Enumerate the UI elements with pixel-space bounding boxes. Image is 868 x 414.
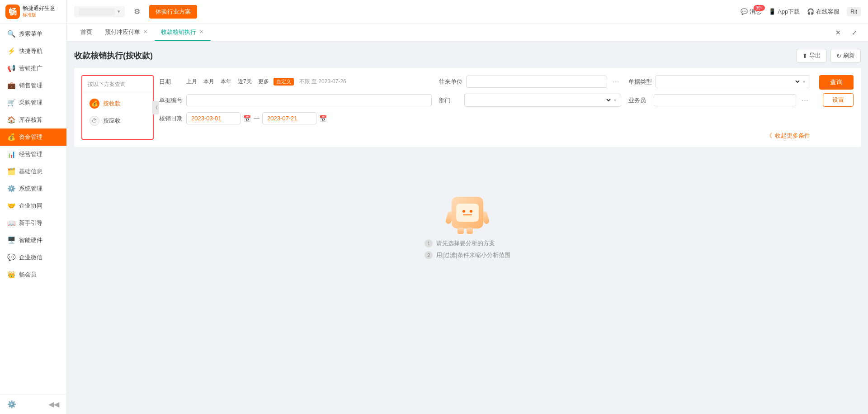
sidebar-item-wechat[interactable]: 💬 企业微信: [0, 249, 66, 266]
headset-icon: 🎧: [807, 8, 814, 15]
robot-body: [452, 197, 483, 228]
counterparty-input[interactable]: [466, 76, 607, 88]
shortcut-last-month[interactable]: 上月: [184, 77, 199, 86]
search-icon: 🔍: [7, 30, 15, 38]
calendar-start-icon[interactable]: 📅: [243, 115, 251, 122]
counterparty-label: 往来单位: [439, 78, 462, 86]
doc-type-select-control[interactable]: [660, 78, 801, 86]
doc-type-chevron-icon: ▾: [803, 79, 805, 84]
tabbar-right: ✕ ⤢: [832, 26, 861, 39]
collapse-icon: 《: [766, 132, 772, 140]
main-area: ▾ ⚙ 体验行业方案 💬 消息 99+ 📱 App下载 🎧 在线客服 Rit: [67, 0, 868, 414]
sidebar-item-sales[interactable]: 💼 销售管理: [0, 77, 66, 94]
refresh-icon: ↻: [836, 52, 841, 59]
sidebar-item-guide[interactable]: 📖 新手引导: [0, 214, 66, 232]
sidebar-item-hardware[interactable]: 🖥️ 智能硬件: [0, 232, 66, 249]
message-badge: 99+: [754, 5, 765, 11]
gear-bottom-icon[interactable]: ⚙️: [7, 400, 16, 409]
tab-prepay-close-icon[interactable]: ✕: [142, 29, 148, 35]
shortcut-this-year[interactable]: 本年: [219, 77, 233, 86]
industry-solution-button[interactable]: 体验行业方案: [149, 5, 197, 19]
doc-no-field: 单据编号: [159, 94, 432, 106]
sidebar-item-basic-info[interactable]: 🗂️ 基础信息: [0, 163, 66, 180]
filter-option-by-receivable[interactable]: ⏱ 按应收: [82, 112, 153, 129]
sidebar-item-purchase[interactable]: 🛒 采购管理: [0, 94, 66, 111]
book-icon: 📖: [7, 219, 15, 227]
chart-icon: 📊: [7, 150, 15, 158]
sidebar-item-system[interactable]: ⚙️ 系统管理: [0, 180, 66, 197]
collapse-filter-sidebar-button[interactable]: 《: [152, 101, 159, 114]
doc-no-input[interactable]: [186, 94, 432, 106]
tabbar: 首页 预付冲应付单 ✕ 收款核销执行 ✕ ✕ ⤢: [67, 24, 868, 42]
shortcut-7days[interactable]: 近7天: [236, 77, 254, 86]
refresh-button[interactable]: ↻ 刷新: [830, 49, 861, 62]
date-field: 日期 上月 本月 本年 近7天 更多 自定义 不限 至: [159, 77, 432, 86]
app-download-button[interactable]: 📱 App下载: [769, 8, 800, 16]
sidebar-item-member[interactable]: 👑 畅会员: [0, 266, 66, 283]
brand-chevron-icon: ▾: [118, 9, 120, 14]
date-label: 日期: [159, 78, 181, 86]
settings-topbar-button[interactable]: ⚙: [130, 5, 144, 19]
salesperson-more-icon[interactable]: ···: [800, 95, 810, 105]
app-logo: 畅 畅捷通好生意 标准版: [0, 0, 66, 24]
sidebar-item-finance[interactable]: 💰 资金管理: [0, 128, 66, 146]
message-icon: 💬: [741, 8, 748, 15]
receipt-icon: 💰: [90, 99, 99, 109]
verify-date-start-input[interactable]: [186, 112, 241, 124]
online-service-button[interactable]: 🎧 在线客服: [807, 8, 840, 16]
user-info[interactable]: Rit: [847, 7, 861, 16]
receivable-icon: ⏱: [90, 116, 99, 126]
export-button[interactable]: ⬆ 导出: [797, 49, 827, 62]
dept-select[interactable]: ▾: [464, 94, 621, 107]
tip-num-1: 1: [425, 239, 433, 247]
doc-type-select[interactable]: ▾: [656, 75, 810, 88]
logo-icon: 畅: [5, 5, 20, 19]
brand-selector[interactable]: ▾: [74, 6, 125, 17]
house-icon: 🏠: [7, 116, 15, 124]
tip-num-2: 2: [425, 251, 433, 259]
filter-option-by-receipt[interactable]: 💰 按收款: [82, 95, 153, 112]
tab-home[interactable]: 首页: [74, 24, 99, 41]
robot-face: [456, 204, 479, 222]
shortcut-more[interactable]: 更多: [256, 77, 271, 86]
maximize-button[interactable]: ⤢: [848, 26, 861, 39]
collapse-sidebar-icon[interactable]: ◀◀: [48, 400, 59, 409]
sidebar-item-search[interactable]: 🔍 搜索菜单: [0, 25, 66, 43]
sidebar-item-marketing[interactable]: 📢 营销推广: [0, 60, 66, 77]
verify-date-range: 📅 — 📅: [186, 112, 435, 124]
sidebar-item-operations[interactable]: 📊 经营管理: [0, 146, 66, 163]
verify-date-end-input[interactable]: [262, 112, 316, 124]
custom-badge[interactable]: 自定义: [274, 78, 294, 86]
sidebar-item-inventory[interactable]: 🏠 库存核算: [0, 111, 66, 128]
dept-chevron-icon: ▾: [614, 98, 616, 103]
empty-state: 1 请先选择要分析的方案 2 用[过滤]条件来缩小分析范围: [74, 147, 861, 295]
handshake-icon: 🤝: [7, 202, 15, 210]
crown-icon: 👑: [7, 271, 15, 279]
filter-form-actions: 查询 设置: [819, 75, 854, 140]
calendar-end-icon[interactable]: 📅: [319, 115, 327, 122]
tab-prepay[interactable]: 预付冲应付单 ✕: [99, 24, 155, 41]
dept-select-control[interactable]: [469, 96, 612, 104]
sidebar-item-shortcut[interactable]: ⚡ 快捷导航: [0, 43, 66, 60]
robot-mouth: [463, 214, 472, 215]
mobile-icon: 📱: [769, 8, 776, 15]
message-button[interactable]: 💬 消息 99+: [741, 8, 761, 16]
sidebar-item-collab[interactable]: 🤝 企业协同: [0, 197, 66, 214]
collapse-conditions-button[interactable]: 《 收起更多条件: [159, 130, 810, 140]
tab-receipt-verify[interactable]: 收款核销执行 ✕: [155, 24, 211, 41]
shortcut-this-month[interactable]: 本月: [202, 77, 216, 86]
robot-eyes: [462, 210, 472, 213]
column-settings-button[interactable]: 设置: [823, 93, 854, 107]
close-tab-button[interactable]: ✕: [832, 26, 844, 39]
salesperson-field: 业务员 ···: [628, 94, 810, 106]
empty-tip-1: 1 请先选择要分析的方案: [425, 239, 510, 247]
robot-eye-left: [462, 210, 465, 213]
date-separator: —: [254, 115, 259, 122]
filter-row-2: 单据编号 部门 ▾: [159, 94, 810, 107]
lightning-icon: ⚡: [7, 47, 15, 55]
counterparty-more-icon[interactable]: ···: [611, 77, 621, 86]
filter-sidebar: 按以下方案查询 💰 按收款 ⏱ 按应收 《: [81, 75, 154, 140]
query-button[interactable]: 查询: [819, 75, 854, 90]
salesperson-input[interactable]: [654, 94, 796, 106]
tab-receipt-verify-close-icon[interactable]: ✕: [198, 29, 204, 35]
